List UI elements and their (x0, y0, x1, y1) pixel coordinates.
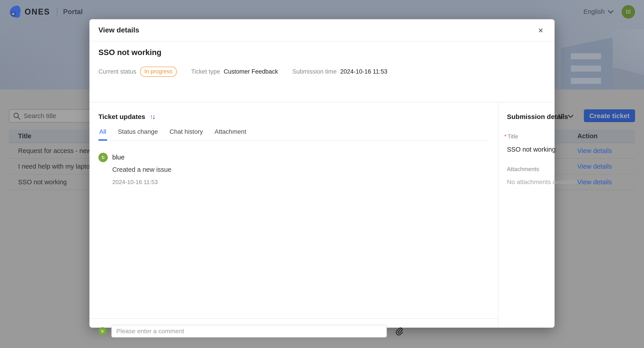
attachments-label: Attachments (507, 166, 639, 173)
submission-time-label: Submission time (292, 68, 336, 75)
status-badge: In progress (140, 67, 177, 77)
search-icon (13, 112, 20, 120)
user-avatar[interactable]: bl (622, 5, 635, 18)
sort-order-icon[interactable]: ↑↓ (150, 113, 155, 120)
comment-input[interactable] (111, 325, 387, 338)
attachments-empty-text: No attachments available (507, 178, 639, 186)
modal-title: View details (98, 26, 139, 34)
ticket-type-value: Customer Feedback (224, 68, 278, 75)
language-label: English (584, 8, 605, 16)
avatar: b (98, 153, 108, 162)
update-timestamp: 2024-10-16 11:53 (112, 179, 171, 186)
section-divider (90, 102, 554, 102)
ticket-summary: SSO not working Current status In progre… (98, 48, 546, 77)
ticket-type-label: Ticket type (191, 68, 220, 75)
tab-attachment[interactable]: Attachment (214, 128, 247, 140)
product-name: Portal (63, 8, 83, 16)
building-window-bar (571, 78, 601, 84)
updates-tab-bar: All Status change Chat history Attachmen… (98, 128, 489, 141)
comment-bar: b (98, 325, 489, 338)
brand-name: ONES (24, 7, 50, 16)
ones-logo-icon (9, 6, 22, 18)
view-details-modal: View details × SSO not working Current s… (90, 19, 554, 328)
avatar: b (98, 327, 106, 335)
tab-status-change[interactable]: Status change (117, 128, 159, 140)
update-author: blue (112, 153, 171, 161)
update-list-item: b blue Created a new issue 2024-10-16 11… (98, 153, 171, 186)
search-input[interactable]: Search title (9, 109, 102, 122)
tab-all[interactable]: All (98, 128, 107, 141)
required-mark: * (504, 133, 506, 140)
chevron-down-icon (608, 10, 614, 14)
pane-divider (498, 102, 498, 328)
tab-chat-history[interactable]: Chat history (168, 128, 204, 140)
submission-time-value: 2024-10-16 11:53 (340, 68, 387, 75)
nav-divider (57, 8, 57, 16)
ticket-title: SSO not working (98, 48, 546, 57)
brand-logo[interactable]: ONES Portal (9, 5, 83, 18)
language-selector[interactable]: English (584, 8, 614, 16)
submission-heading: Submission details (507, 113, 639, 120)
update-text: Created a new issue (112, 166, 171, 173)
title-field-value: SSO not working (507, 146, 639, 153)
search-placeholder: Search title (24, 112, 56, 120)
close-icon[interactable]: × (536, 26, 545, 35)
comment-divider (90, 318, 498, 319)
building-window-bar (571, 66, 601, 72)
ticket-updates-heading: Ticket updates ↑↓ (98, 113, 155, 120)
hero-decoration (604, 29, 644, 90)
title-field-label: *Title (507, 133, 639, 140)
paperclip-icon[interactable] (394, 326, 404, 336)
submission-details-panel: Submission details *Title SSO not workin… (507, 113, 639, 186)
building-window-bar (571, 53, 601, 59)
modal-header: View details (90, 19, 554, 42)
status-label: Current status (98, 68, 136, 75)
